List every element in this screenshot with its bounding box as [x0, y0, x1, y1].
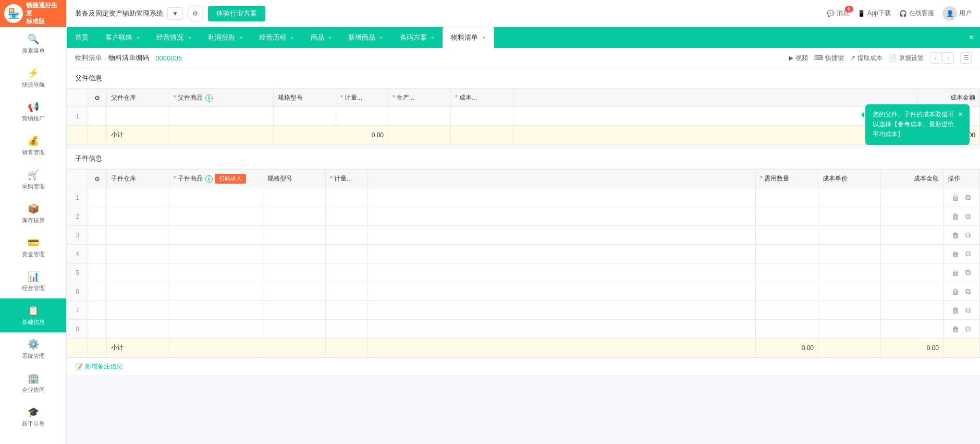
tab-close-barcode[interactable]: ×	[431, 34, 434, 41]
tab-customer[interactable]: 客户联络 ×	[97, 27, 148, 48]
child-col-spacer	[368, 170, 756, 188]
tab-bom[interactable]: 物料清单 ×	[443, 27, 494, 48]
tab-close-history[interactable]: ×	[290, 34, 293, 41]
copy-row-5-button[interactable]: ⧉	[963, 268, 973, 278]
add-remark-button[interactable]: 📝 新增备注信息	[75, 362, 123, 371]
chart-icon: 📊	[28, 271, 39, 282]
child-col-action: 操作	[944, 170, 980, 188]
delete-row-5-button[interactable]: 🗑	[950, 268, 961, 278]
tab-history[interactable]: 经营历程 ×	[251, 27, 302, 48]
tab-close-operation[interactable]: ×	[188, 34, 191, 41]
list-view-button[interactable]: ☰	[960, 52, 972, 64]
parent-row-1-goods[interactable]	[169, 107, 274, 126]
child-row-1-qty-unit[interactable]	[326, 188, 368, 207]
sidebar-item-operation[interactable]: 📊 经营管理	[0, 265, 66, 298]
user-item[interactable]: 👤 用户	[942, 6, 972, 21]
child-table: ⚙ 子件仓库 * 子件商品 ℹ 扫码录入 规格型号	[67, 169, 980, 357]
parent-row-1-num: 1	[67, 107, 88, 126]
delete-row-8-button[interactable]: 🗑	[950, 324, 961, 334]
app-dropdown-button[interactable]: ▼	[167, 7, 183, 20]
trial-button[interactable]: 体验行业方案	[208, 6, 265, 21]
child-subtotal-label: 小计	[107, 339, 169, 357]
tooltip-close-button[interactable]: ×	[959, 110, 962, 119]
delete-row-7-button[interactable]: 🗑	[950, 305, 961, 316]
parent-row-1-production[interactable]	[388, 107, 451, 126]
logo-text: 畅捷通好生意 标准版	[26, 2, 62, 26]
sidebar-item-system[interactable]: ⚙️ 系统管理	[0, 332, 66, 366]
next-arrow[interactable]: ›	[942, 52, 954, 64]
child-row-2-spec[interactable]	[263, 207, 326, 226]
delete-row-3-button[interactable]: 🗑	[950, 230, 961, 241]
tab-close-bom[interactable]: ×	[482, 34, 485, 41]
online-service-item[interactable]: 🎧 在线客服	[899, 9, 934, 18]
child-row-1-needed-qty[interactable]	[756, 188, 818, 207]
parent-col-spec: 规格型号	[274, 89, 336, 107]
delete-row-4-button[interactable]: 🗑	[950, 249, 961, 259]
tab-close-goods[interactable]: ×	[328, 34, 332, 41]
parent-row-1-warehouse[interactable]	[107, 107, 169, 126]
scan-input-button[interactable]: 扫码录入	[215, 174, 246, 184]
close-all-tabs-button[interactable]: ×	[963, 33, 980, 42]
delete-row-1-button[interactable]: 🗑	[950, 193, 961, 203]
app-download-item[interactable]: 📱 App下载	[858, 9, 891, 18]
delete-row-6-button[interactable]: 🗑	[950, 286, 961, 297]
tab-barcode[interactable]: 条码方案 ×	[391, 27, 443, 48]
parent-row-1-cost[interactable]	[451, 107, 513, 126]
sidebar-item-inventory[interactable]: 📦 库存核算	[0, 197, 66, 231]
sidebar-item-purchase[interactable]: 🛒 采购管理	[0, 163, 66, 197]
main-content: 装备及固定资产辅助管理系统 ▼ ⚙ 体验行业方案 💬 消息 6 📱 App下载	[67, 0, 980, 444]
extract-cost-action[interactable]: ↗ 提取成本	[850, 54, 883, 63]
child-row-2-needed-qty[interactable]	[756, 207, 818, 226]
parent-row-1-qty[interactable]	[336, 107, 388, 126]
child-goods-info-icon[interactable]: ℹ	[205, 175, 213, 183]
shortcut-action[interactable]: ⌨ 快捷键	[814, 54, 844, 63]
copy-row-7-button[interactable]: ⧉	[963, 305, 973, 316]
sidebar-item-corp[interactable]: 🏢 企业协同	[0, 366, 66, 400]
sidebar-item-sales[interactable]: 💰 销售管理	[0, 129, 66, 163]
search-icon: 🔍	[28, 33, 39, 45]
settings-button[interactable]: ⚙	[187, 5, 204, 22]
tab-profit[interactable]: 利润报告 ×	[200, 27, 251, 48]
child-col-num	[67, 170, 88, 188]
child-row-1-goods[interactable]	[169, 188, 263, 207]
sidebar-item-marketing[interactable]: 📢 营销推广	[0, 95, 66, 129]
copy-row-8-button[interactable]: ⧉	[963, 324, 973, 334]
child-row-2-cost-unit[interactable]	[818, 207, 881, 226]
goods-info-icon[interactable]: ℹ	[205, 94, 213, 102]
tab-close-new-goods[interactable]: ×	[379, 34, 383, 41]
child-row-2-qty-unit[interactable]	[326, 207, 368, 226]
tab-operation-status[interactable]: 经营情况 ×	[148, 27, 199, 48]
sidebar-item-finance[interactable]: 💳 资金管理	[0, 231, 66, 265]
copy-row-2-button[interactable]: ⧉	[963, 211, 973, 222]
copy-row-1-button[interactable]: ⧉	[963, 193, 973, 203]
copy-row-4-button[interactable]: ⧉	[963, 249, 973, 259]
prev-arrow[interactable]: ‹	[930, 52, 941, 64]
app-title: 装备及固定资产辅助管理系统	[75, 9, 163, 18]
sidebar-item-search[interactable]: 🔍 搜索菜单	[0, 27, 66, 61]
child-row-7: 7 🗑	[67, 301, 980, 320]
child-row-1-cost-unit[interactable]	[818, 188, 881, 207]
parent-row-1-spec[interactable]	[274, 107, 336, 126]
single-settings-action[interactable]: 📄 单据设置	[889, 54, 924, 63]
parent-col-num	[67, 89, 88, 107]
tab-home[interactable]: 首页	[67, 27, 97, 48]
delete-row-2-button[interactable]: 🗑	[950, 211, 961, 222]
child-row-2-goods[interactable]	[169, 207, 263, 226]
tab-close-customer[interactable]: ×	[137, 34, 140, 41]
copy-row-3-button[interactable]: ⧉	[963, 230, 973, 241]
tooltip-popup: × 您的父件、子件的成本取值可以选择【参考成本、最新进价、平均成本】	[865, 104, 970, 145]
video-action[interactable]: ▶ 视频	[789, 54, 808, 63]
sidebar-item-basic[interactable]: 📋 基础信息	[0, 298, 66, 332]
tab-goods[interactable]: 商品 ×	[302, 27, 340, 48]
tab-new-goods[interactable]: 新增商品 ×	[340, 27, 391, 48]
copy-row-6-button[interactable]: ⧉	[963, 286, 973, 297]
sidebar-item-guide[interactable]: 🎓 新手引导	[0, 400, 66, 434]
bottom-bar: 📝 新增备注信息	[67, 357, 980, 375]
child-row-2-warehouse[interactable]	[107, 207, 169, 226]
child-row-1-warehouse[interactable]	[107, 188, 169, 207]
sidebar-item-quicknav[interactable]: ⚡ 快捷导航	[0, 61, 66, 95]
child-row-1-spec[interactable]	[263, 188, 326, 207]
tab-close-profit[interactable]: ×	[239, 34, 242, 41]
message-item[interactable]: 💬 消息 6	[827, 9, 849, 18]
child-col-cost-unit: 成本单价	[818, 170, 881, 188]
